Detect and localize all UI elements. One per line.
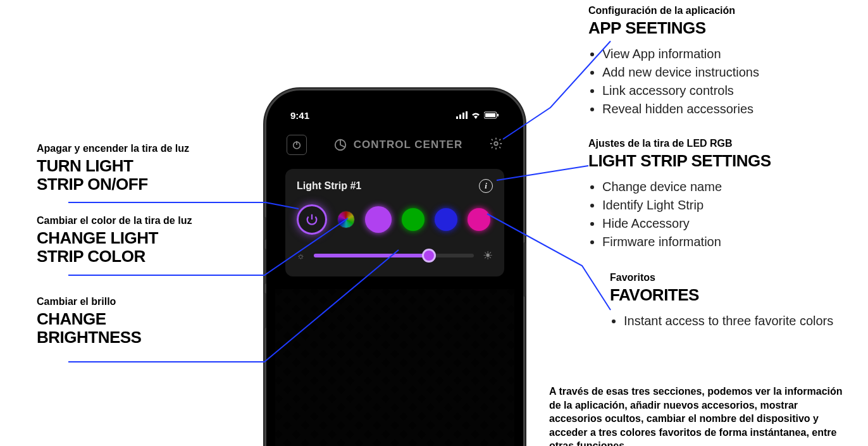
callout-fav-sub: Favoritos <box>610 272 863 283</box>
callout-fav-list: Instant access to three favorite colors <box>610 312 863 330</box>
svg-rect-5 <box>485 113 495 117</box>
callout-power-hd1: TURN LIGHT <box>37 157 252 175</box>
callout-power-hd2: STRIP ON/OFF <box>37 175 252 194</box>
callout-bright-sub: Cambiar el brillo <box>37 296 252 307</box>
callout-color-hd1: CHANGE LIGHT <box>37 229 252 247</box>
brightness-slider[interactable] <box>314 254 474 257</box>
settings-gear-icon[interactable] <box>489 137 503 153</box>
callout-app-sub: Configuración de la aplicación <box>588 5 854 16</box>
brightness-high-icon: ☀ <box>483 249 493 263</box>
favorite-color-3[interactable] <box>435 208 457 231</box>
phone-mockup: 9:41 CONTROL CENTER <box>264 89 525 446</box>
device-card: Light Strip #1 i ☼ ☀ <box>285 169 504 276</box>
callout-app-hd: APP SEETINGS <box>588 19 854 37</box>
callout-power-sub: Apagar y encender la tira de luz <box>37 143 252 154</box>
callout-bright-hd1: CHANGE <box>37 310 252 328</box>
callout-bright-hd2: BRIGHTNESS <box>37 328 252 347</box>
callout-fav-hd: FAVORITES <box>610 286 863 304</box>
device-power-button[interactable] <box>297 204 327 235</box>
svg-point-10 <box>494 142 498 146</box>
elgato-logo-icon <box>333 138 347 152</box>
svg-rect-3 <box>466 111 468 119</box>
favorite-color-1[interactable] <box>365 206 392 233</box>
callout-strip-hd: LIGHT STRIP SETTINGS <box>588 152 860 170</box>
svg-rect-2 <box>462 113 464 119</box>
battery-icon <box>484 110 499 121</box>
svg-rect-0 <box>456 116 458 119</box>
callout-strip-sub: Ajustes de la tira de LED RGB <box>588 138 860 149</box>
callout-color-hd2: STRIP COLOR <box>37 247 252 266</box>
info-icon[interactable]: i <box>479 179 493 193</box>
signal-icon <box>456 110 468 121</box>
color-wheel-icon[interactable] <box>337 211 355 228</box>
summary-paragraph: A través de esas tres secciones, podemos… <box>549 385 853 446</box>
status-time: 9:41 <box>290 110 309 121</box>
brightness-low-icon: ☼ <box>297 251 305 261</box>
wifi-icon <box>471 110 481 121</box>
favorite-color-4[interactable] <box>468 208 490 231</box>
svg-rect-6 <box>497 114 499 116</box>
app-title: CONTROL CENTER <box>333 138 462 152</box>
device-name: Light Strip #1 <box>297 180 361 192</box>
callout-strip-list: Change device name Identify Light Strip … <box>588 178 860 251</box>
header-power-button[interactable] <box>287 135 307 155</box>
favorite-color-2[interactable] <box>402 208 425 231</box>
svg-rect-1 <box>459 115 461 119</box>
callout-app-list: View App information Add new device inst… <box>588 45 854 118</box>
callout-color-sub: Cambiar el color de la tira de luz <box>37 215 252 226</box>
